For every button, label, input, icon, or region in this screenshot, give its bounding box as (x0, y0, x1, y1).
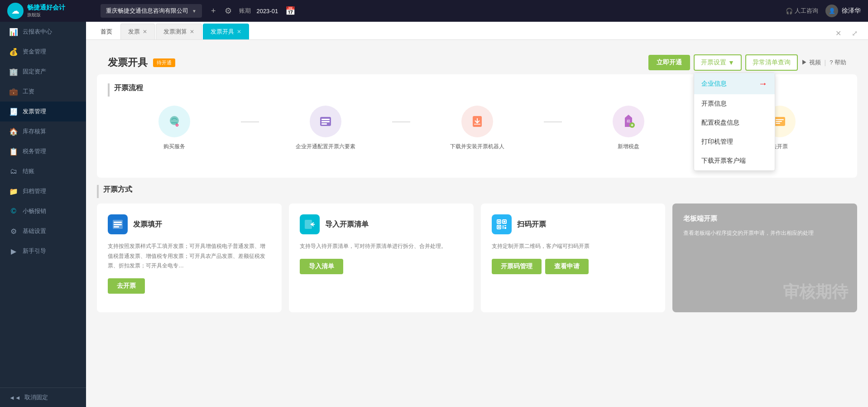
report-icon: © (9, 207, 18, 216)
help-label: 帮助 (834, 59, 846, 66)
sidebar-label: 新手引导 (23, 247, 46, 255)
fill-title: 发票填开 (133, 220, 162, 229)
svg-text:税: 税 (627, 119, 630, 123)
sidebar-item-guide[interactable]: ▶ 新手引导 (0, 241, 86, 261)
settings-dropdown-menu: 企业信息 → 开票信息 配置税盘信息 打印机管理 (694, 73, 775, 171)
tab-invoice-open-close[interactable]: ✕ (237, 29, 241, 35)
sidebar-label: 固定资产 (23, 68, 46, 76)
calendar-icon[interactable]: 📅 (283, 4, 297, 18)
period-label: 账期 (239, 7, 251, 15)
settings-btn-label: 开票设置 (701, 58, 726, 67)
svg-rect-33 (503, 225, 504, 229)
download-client-label: 下载开票客户端 (701, 157, 746, 164)
sidebar-label: 税务管理 (23, 147, 46, 155)
invoice-methods: 发票填开 支持按照发票样式手工填开发票；可开具增值税电子普通发票、增值税普通发票… (97, 204, 857, 312)
sidebar-item-funds[interactable]: 💰 资金管理 (0, 42, 86, 62)
step-label-2: 企业开通配置开票六要素 (296, 143, 355, 150)
period-value: 2023-01 (256, 8, 278, 15)
top-actions: + ⚙ 账期 2023-01 📅 (209, 4, 297, 18)
minimize-button[interactable]: ✕ (832, 27, 844, 39)
tax-config-label: 配置税盘信息 (701, 119, 739, 126)
methods-section-title: 开票方式 (97, 185, 857, 198)
maximize-button[interactable]: ⤢ (848, 27, 861, 39)
tab-invoice-open-label: 发票开具 (211, 28, 234, 36)
top-right: 🎧 人工咨询 👤 徐泽华 (786, 5, 861, 17)
help-button[interactable]: ? 帮助 (830, 58, 846, 67)
svg-rect-32 (498, 226, 500, 228)
user-avatar: 👤 (825, 5, 838, 17)
fill-desc: 支持按照发票样式手工填开发票；可开具增值税电子普通发票、增值税普通发票、增值税专… (108, 242, 271, 271)
archive-icon: 📁 (9, 187, 18, 196)
settings-icon[interactable]: ⚙ (223, 4, 234, 18)
import-icon (300, 214, 320, 234)
methods-section: 开票方式 (97, 185, 857, 312)
tab-home[interactable]: 首页 (93, 24, 120, 39)
sidebar-item-settings[interactable]: ⚙ 基础设置 (0, 221, 86, 241)
svg-rect-19 (776, 121, 782, 122)
sidebar-item-invoice-mgmt[interactable]: 🧾 发票管理 (0, 102, 86, 121)
company-selector[interactable]: 重庆畅捷交通信息咨询有限公司 ▼ (101, 4, 202, 18)
fill-go-button[interactable]: 去开票 (108, 278, 145, 294)
tab-invoice-open[interactable]: 发票开具 ✕ (203, 24, 249, 39)
tab-invoice-test-close[interactable]: ✕ (190, 29, 194, 35)
sidebar-label: 基础设置 (23, 227, 46, 235)
dropdown-item-printer-mgmt[interactable]: 打印机管理 (694, 132, 775, 151)
method-card-import: 导入开票清单 支持导入待开票清单，可对待开票清单进行拆分、合并处理。 导入清单 (289, 204, 474, 312)
tab-invoice[interactable]: 发票 ✕ (120, 24, 155, 39)
svg-rect-22 (114, 222, 122, 223)
status-badge: 待开通 (153, 58, 175, 67)
sidebar-item-settlement[interactable]: 🗂 结账 (0, 161, 86, 181)
tab-invoice-test[interactable]: 发票测算 ✕ (156, 24, 202, 39)
scan-icon (492, 214, 512, 234)
svg-rect-1 (171, 122, 177, 123)
sidebar-item-inventory[interactable]: 🏠 库存核算 (0, 121, 86, 141)
logo-icon: ☁ (7, 3, 24, 19)
video-button[interactable]: ▶ 视频 (801, 58, 821, 67)
sidebar-item-payroll[interactable]: 💼 工资 (0, 82, 86, 102)
sidebar: 📊 云报表中心 💰 资金管理 🏢 固定资产 💼 工资 🧾 发票管理 (0, 22, 86, 407)
activate-button[interactable]: 立即开通 (648, 55, 690, 70)
sidebar-item-cloud-report[interactable]: 📊 云报表中心 (0, 22, 86, 42)
step-connector-3 (544, 121, 562, 122)
main-content: 发票开具 待开通 立即开通 开票设置 ▼ (86, 40, 868, 407)
invoice-mgmt-icon: 🧾 (9, 107, 18, 116)
step-connector-2 (392, 121, 410, 122)
settlement-icon: 🗂 (9, 167, 18, 176)
method-card-boss: 老板端开票 查看老板端小程序提交的开票申请，并作出相应的处理 审核期待 (672, 204, 857, 312)
sidebar-item-fixed-assets[interactable]: 🏢 固定资产 (0, 62, 86, 82)
abnormal-button[interactable]: 异常清单查询 (745, 54, 798, 71)
sidebar-item-report[interactable]: © 小畅报销 (0, 201, 86, 221)
sidebar-item-tax[interactable]: 📋 税务管理 (0, 141, 86, 161)
sidebar-cancel-button[interactable]: ◄◄ 取消固定 (9, 393, 77, 402)
dropdown-item-tax-config[interactable]: 配置税盘信息 (694, 113, 775, 132)
method-card-scan: 扫码开票 支持定制开票二维码，客户端可扫码开票 开票码管理 查看申请 (481, 204, 666, 312)
payroll-icon: 💼 (9, 87, 18, 96)
main-area: 📊 云报表中心 💰 资金管理 🏢 固定资产 💼 工资 🧾 发票管理 (0, 22, 868, 407)
scan-desc: 支持定制开票二维码，客户端可扫码开票 (492, 242, 655, 252)
step-label-1: 购买服务 (163, 143, 185, 150)
user-area[interactable]: 👤 徐泽华 (825, 5, 861, 17)
svg-rect-24 (114, 226, 119, 228)
qr-manage-button[interactable]: 开票码管理 (492, 259, 542, 274)
dropdown-item-download-client[interactable]: 下载开票客户端 (694, 151, 775, 170)
logo-area: ☁ 畅捷通好会计 旗舰版 (7, 3, 93, 19)
dropdown-item-company-info[interactable]: 企业信息 → (694, 73, 775, 94)
video-label: 视频 (809, 59, 821, 66)
tab-invoice-test-label: 发票测算 (163, 28, 187, 36)
import-title: 导入开票清单 (325, 220, 369, 229)
divider: | (825, 59, 826, 66)
tab-invoice-close[interactable]: ✕ (143, 29, 147, 35)
sidebar-label: 发票管理 (23, 107, 46, 116)
view-apply-button[interactable]: 查看申请 (545, 259, 589, 274)
add-icon[interactable]: + (209, 5, 218, 18)
svg-rect-34 (504, 225, 506, 226)
import-button[interactable]: 导入清单 (300, 259, 343, 274)
svg-point-0 (170, 116, 179, 125)
dropdown-item-invoice-info[interactable]: 开票信息 (694, 94, 775, 113)
settings-button[interactable]: 开票设置 ▼ (694, 54, 742, 71)
step-icon-4: 税 (613, 106, 644, 137)
step-icon-1 (158, 106, 190, 137)
sidebar-item-archive[interactable]: 📁 归档管理 (0, 181, 86, 201)
service-button[interactable]: 🎧 人工咨询 (786, 7, 818, 15)
fixed-assets-icon: 🏢 (9, 67, 18, 76)
